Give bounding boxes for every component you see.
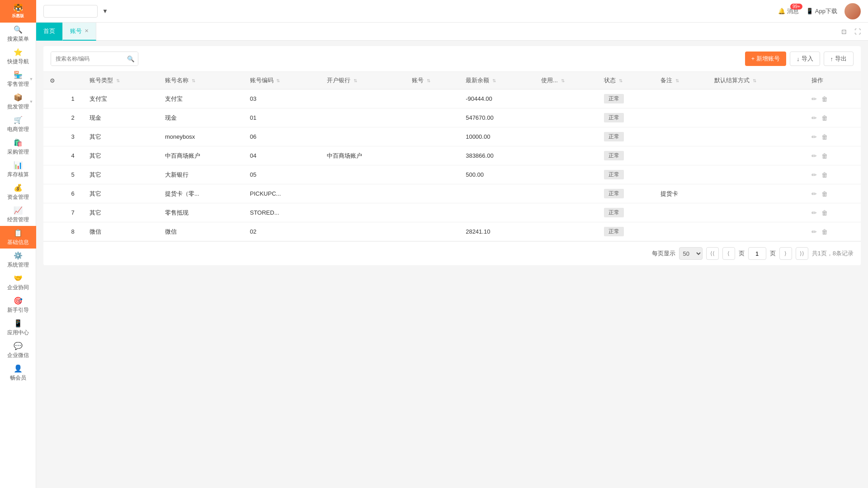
- col-status[interactable]: 状态 ⇅: [599, 72, 655, 89]
- sidebar-item-basic-info[interactable]: 📋 基础信息: [0, 226, 36, 249]
- page-prev-button[interactable]: ⟨: [722, 247, 735, 260]
- page-next-button[interactable]: ⟩: [779, 247, 792, 260]
- col-remark-label: 备注: [660, 77, 672, 84]
- account-tab-label: 账号: [70, 27, 82, 35]
- toolbar-left: 🔍: [51, 52, 138, 66]
- row-index: 5: [61, 165, 84, 184]
- col-account-code[interactable]: 账号编码 ⇅: [245, 72, 322, 89]
- tab-close-icon[interactable]: ✕: [85, 28, 89, 34]
- row-latest-balance: [460, 184, 536, 203]
- row-account-number: [406, 165, 460, 184]
- edit-button[interactable]: ✏: [811, 133, 817, 141]
- row-gear: [43, 203, 61, 222]
- sidebar-item-quick-nav[interactable]: ⭐ 快捷导航: [0, 45, 36, 68]
- sidebar-item-search-menu[interactable]: 🔍 搜索菜单: [0, 23, 36, 45]
- page-number-input[interactable]: [748, 247, 766, 260]
- col-latest-balance[interactable]: 最新余额 ⇅: [460, 72, 536, 89]
- sidebar-item-enterprise-agreement[interactable]: 🤝 企业协同: [0, 271, 36, 294]
- page-first-button[interactable]: ⟨⟨: [706, 247, 719, 260]
- col-account-number[interactable]: 账号 ⇅: [406, 72, 460, 89]
- row-usage: [536, 108, 599, 127]
- topbar-search-input[interactable]: [43, 5, 98, 18]
- tab-account[interactable]: 账号 ✕: [63, 23, 96, 41]
- row-actions: ✏ 🗑: [806, 222, 861, 241]
- col-default-settlement[interactable]: 默认结算方式 ⇅: [709, 72, 806, 89]
- col-usage[interactable]: 使用... ⇅: [536, 72, 599, 89]
- row-account-name: 现金: [160, 108, 245, 127]
- col-account-type[interactable]: 账号类型 ⇅: [84, 72, 160, 89]
- row-default-settlement: [709, 222, 806, 241]
- sidebar-item-enterprise-wechat[interactable]: 💬 企业微信: [0, 339, 36, 361]
- guide-icon: 🎯: [14, 296, 23, 305]
- user-avatar[interactable]: [844, 3, 861, 19]
- sidebar-item-ops-mgmt[interactable]: 📈 经营管理: [0, 203, 36, 226]
- sidebar-item-ecommerce-mgmt[interactable]: 🛒 电商管理: [0, 113, 36, 136]
- page-last-button[interactable]: ⟩⟩: [796, 247, 808, 260]
- edit-button[interactable]: ✏: [811, 228, 817, 235]
- delete-button[interactable]: 🗑: [821, 114, 828, 122]
- col-remark[interactable]: 备注 ⇅: [655, 72, 709, 89]
- sidebar-item-retail-mgmt[interactable]: 🏪 零售管理 ▼: [0, 68, 36, 90]
- tabbar: 首页 账号 ✕ ⊡ ⛶: [36, 23, 868, 41]
- row-remark: [655, 165, 709, 184]
- row-account-code: 03: [245, 89, 322, 108]
- tab-home[interactable]: 首页: [36, 23, 63, 41]
- row-account-number: [406, 89, 460, 108]
- delete-button[interactable]: 🗑: [821, 152, 828, 160]
- delete-button[interactable]: 🗑: [821, 190, 828, 197]
- delete-button[interactable]: 🗑: [821, 228, 828, 235]
- search-input[interactable]: [51, 52, 123, 66]
- tab-fullscreen-button[interactable]: ⛶: [851, 25, 864, 38]
- delete-button[interactable]: 🗑: [821, 209, 828, 216]
- col-gear[interactable]: ⚙: [43, 72, 61, 89]
- col-account-name[interactable]: 账号名称 ⇅: [160, 72, 245, 89]
- export-button[interactable]: ↑ 导出: [824, 52, 854, 66]
- row-index: 8: [61, 222, 84, 241]
- delete-button[interactable]: 🗑: [821, 95, 828, 103]
- row-account-code: PICKUPC...: [245, 184, 322, 203]
- sidebar-item-member[interactable]: 👤 畅会员: [0, 361, 36, 384]
- row-remark: 提货卡: [655, 184, 709, 203]
- add-account-button[interactable]: + 新增账号: [745, 52, 786, 66]
- delete-button[interactable]: 🗑: [821, 133, 828, 141]
- edit-button[interactable]: ✏: [811, 152, 817, 160]
- import-button[interactable]: ↓ 导入: [790, 52, 820, 66]
- page-size-select[interactable]: 50 20 100: [679, 247, 703, 260]
- topbar-dropdown[interactable]: ▼: [102, 8, 108, 14]
- finance-icon: 💰: [14, 183, 23, 192]
- sidebar-item-sys-mgmt[interactable]: ⚙️ 系统管理: [0, 249, 36, 271]
- app-download-button[interactable]: 📱 App下载: [806, 7, 837, 15]
- sidebar-item-purchase-mgmt[interactable]: 🛍️ 采购管理: [0, 136, 36, 158]
- page-label: 页: [739, 249, 745, 258]
- sort-icon: ⇅: [276, 78, 280, 83]
- tab-restore-button[interactable]: ⊡: [837, 25, 851, 38]
- sidebar-item-label: 采购管理: [7, 148, 29, 156]
- edit-button[interactable]: ✏: [811, 209, 817, 216]
- home-tab-label: 首页: [43, 27, 55, 35]
- sidebar-item-new-guide[interactable]: 🎯 新手引导: [0, 294, 36, 316]
- edit-button[interactable]: ✏: [811, 190, 817, 197]
- edit-button[interactable]: ✏: [811, 95, 817, 103]
- row-latest-balance: 383866.00: [460, 146, 536, 165]
- row-account-type: 其它: [84, 146, 160, 165]
- sidebar-item-app-center[interactable]: 📱 应用中心: [0, 316, 36, 339]
- dropdown-arrow-icon: ▼: [102, 8, 108, 14]
- sidebar-item-label: 基础信息: [7, 239, 29, 246]
- edit-button[interactable]: ✏: [811, 114, 817, 122]
- row-status: 正常: [599, 127, 655, 146]
- topbar-right: 🔔 消息 99+ 📱 App下载: [778, 3, 861, 19]
- sidebar-item-inventory-calc[interactable]: 📊 库存核算: [0, 158, 36, 181]
- delete-button[interactable]: 🗑: [821, 171, 828, 178]
- row-status: 正常: [599, 146, 655, 165]
- message-button[interactable]: 🔔 消息 99+: [778, 7, 799, 15]
- row-gear: [43, 184, 61, 203]
- sidebar-item-finance-mgmt[interactable]: 💰 资金管理: [0, 181, 36, 203]
- sidebar-item-wholesale-mgmt[interactable]: 📦 批发管理 ▼: [0, 90, 36, 113]
- search-button[interactable]: 🔍: [123, 52, 138, 66]
- col-bank[interactable]: 开户银行 ⇅: [321, 72, 406, 89]
- edit-button[interactable]: ✏: [811, 171, 817, 178]
- sidebar-item-label: 企业微信: [7, 352, 29, 359]
- table-row: 1 支付宝 支付宝 03 -90444.00 正常 ✏ 🗑: [43, 89, 861, 108]
- row-actions: ✏ 🗑: [806, 146, 861, 165]
- sort-icon: ⇅: [192, 78, 195, 83]
